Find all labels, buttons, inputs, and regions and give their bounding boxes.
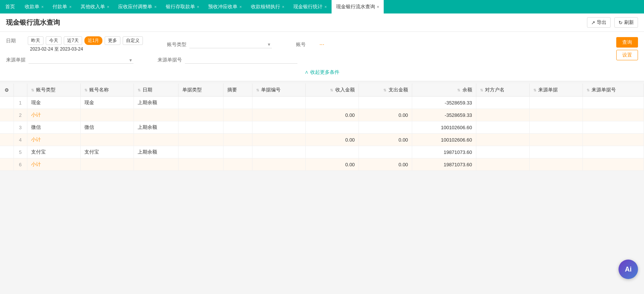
date-options: 昨天 今天 近7天 近1月 更多 自定义	[28, 36, 143, 45]
nav-tab-2[interactable]: 其他收入单 ×	[76, 0, 114, 13]
close-icon-3[interactable]: ×	[154, 4, 156, 9]
th-doc-no[interactable]: ⇅ 单据编号	[252, 84, 305, 97]
date-btn-yesterday[interactable]: 昨天	[28, 36, 44, 45]
date-btn-more[interactable]: 更多	[105, 36, 120, 45]
date-btn-1month[interactable]: 近1月	[84, 36, 103, 45]
table-row: 1现金现金上期余额-3528659.33	[0, 97, 644, 109]
table-header-row: ⚙ ⇅ 账号类型 ⇅ 账号名称 ⇅ 日期 单据类型	[0, 84, 644, 97]
account-type-select-wrapper	[189, 41, 272, 48]
nav-home[interactable]: 首页	[0, 0, 20, 13]
table-row: 2小计0.000.00-3528659.33	[0, 109, 644, 121]
nav-tab-6[interactable]: 收款核销执行 ×	[246, 0, 289, 13]
th-income[interactable]: ⇅ 收入金额	[305, 84, 359, 97]
nav-tab-0[interactable]: 收款单 ×	[20, 0, 48, 13]
table-container: ⚙ ⇅ 账号类型 ⇅ 账号名称 ⇅ 日期 单据类型	[0, 84, 644, 171]
collapse-icon: ∧	[305, 69, 310, 75]
sort-icon-doc-no: ⇅	[256, 88, 259, 92]
th-counterparty[interactable]: ⇅ 对方户名	[476, 84, 529, 97]
page-title: 现金银行流水查询	[6, 18, 60, 27]
date-btn-custom[interactable]: 自定义	[123, 36, 143, 45]
table-row: 6小计0.000.0019871073.60	[0, 158, 644, 171]
sort-icon-account-name: ⇅	[84, 88, 87, 92]
source-doc-select[interactable]	[29, 56, 134, 64]
header-actions: ↗ 导出 ↻ 刷新	[587, 17, 638, 28]
sort-icon-expense: ⇅	[383, 88, 386, 92]
th-index	[14, 84, 27, 97]
sort-icon-source-doc-no: ⇅	[587, 88, 590, 92]
table-row: 5支付宝支付宝上期余额19871073.60	[0, 146, 644, 158]
th-account-name[interactable]: ⇅ 账号名称	[80, 84, 134, 97]
nav-tab-3[interactable]: 应收应付调整单 ×	[114, 0, 161, 13]
source-doc-no-input[interactable]	[185, 56, 297, 64]
th-source-doc-no[interactable]: ⇅ 来源单据号	[582, 84, 644, 97]
close-icon-8[interactable]: ×	[377, 4, 379, 9]
th-gear[interactable]: ⚙	[0, 84, 14, 97]
refresh-icon: ↻	[618, 20, 623, 25]
gear-icon: ⚙	[5, 87, 9, 93]
th-summary: 摘要	[223, 84, 252, 97]
th-expense[interactable]: ⇅ 支出金额	[359, 84, 412, 97]
close-icon-1[interactable]: ×	[69, 4, 71, 9]
nav-tab-5[interactable]: 预收冲应收单 ×	[204, 0, 246, 13]
nav-tab-7[interactable]: 现金银行统计 ×	[289, 0, 331, 13]
data-table: ⚙ ⇅ 账号类型 ⇅ 账号名称 ⇅ 日期 单据类型	[0, 84, 644, 171]
export-button[interactable]: ↗ 导出	[587, 17, 611, 28]
th-source-doc[interactable]: ⇅ 来源单据	[529, 84, 582, 97]
account-label: 账号	[296, 41, 315, 48]
date-label: 日期	[6, 37, 25, 44]
close-icon-0[interactable]: ×	[41, 4, 44, 9]
th-date[interactable]: ⇅ 日期	[134, 84, 179, 97]
top-nav: 首页 收款单 × 付款单 × 其他收入单 × 应收应付调整单 × 银行存取款单 …	[0, 0, 644, 13]
sort-icon-source-doc: ⇅	[533, 88, 536, 92]
date-btn-today[interactable]: 今天	[46, 36, 62, 45]
nav-tab-1[interactable]: 付款单 ×	[48, 0, 76, 13]
filter-area: 日期 昨天 今天 近7天 近1月 更多 自定义 2023-02-24 至 202…	[0, 32, 644, 81]
export-icon: ↗	[591, 20, 595, 25]
query-button[interactable]: 查询	[616, 37, 638, 48]
table-body: 1现金现金上期余额-3528659.332小计0.000.00-3528659.…	[0, 97, 644, 171]
page-header: 现金银行流水查询 ↗ 导出 ↻ 刷新	[0, 13, 644, 32]
account-dots-button[interactable]: ···	[318, 41, 326, 48]
th-doc-type: 单据类型	[179, 84, 224, 97]
collapse-bar[interactable]: ∧ 收起更多条件	[6, 67, 638, 76]
refresh-button[interactable]: ↻ 刷新	[614, 17, 638, 28]
table-row: 4小计0.000.00100102606.60	[0, 134, 644, 146]
sort-icon-balance: ⇅	[457, 88, 460, 92]
th-balance[interactable]: ⇅ 余额	[412, 84, 476, 97]
source-doc-label: 来源单据	[6, 57, 26, 63]
sort-icon-counterparty: ⇅	[480, 88, 483, 92]
close-icon-2[interactable]: ×	[107, 4, 109, 9]
th-account-type[interactable]: ⇅ 账号类型	[27, 84, 80, 97]
source-doc-no-label: 来源单据号	[158, 57, 182, 63]
close-icon-5[interactable]: ×	[239, 4, 242, 9]
sort-icon-date: ⇅	[138, 88, 141, 92]
source-doc-select-wrapper	[29, 56, 134, 64]
close-icon-7[interactable]: ×	[324, 4, 327, 9]
sort-icon-income: ⇅	[330, 88, 333, 92]
close-icon-4[interactable]: ×	[197, 4, 199, 9]
date-btn-7days[interactable]: 近7天	[64, 36, 82, 45]
account-type-label: 账号类型	[167, 41, 186, 48]
sort-icon-account-type: ⇅	[31, 88, 34, 92]
table-row: 3微信微信上期余额100102606.60	[0, 121, 644, 134]
nav-tab-4[interactable]: 银行存取款单 ×	[161, 0, 204, 13]
date-range: 2023-02-24 至 2023-03-24	[29, 46, 143, 52]
settings-button[interactable]: 设置	[616, 50, 638, 60]
nav-tab-8[interactable]: 现金银行流水查询 ×	[332, 0, 384, 13]
close-icon-6[interactable]: ×	[282, 4, 284, 9]
account-type-select[interactable]	[189, 41, 272, 48]
